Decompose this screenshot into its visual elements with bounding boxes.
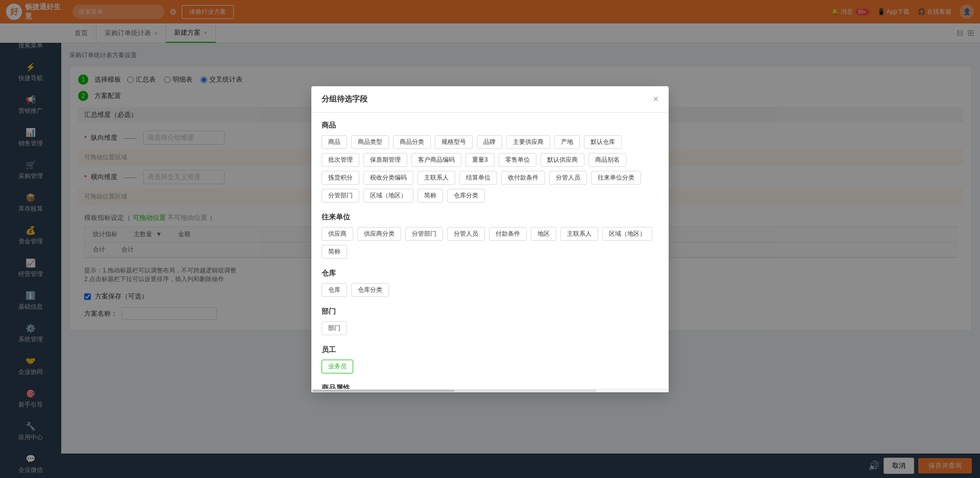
party-field-grid: 供应商 供应商分类 分管部门 分管人员 付款条件 地区 主联系人 区域（地区） … xyxy=(322,227,658,259)
field-salesman[interactable]: 业务员 xyxy=(322,360,353,373)
field-short-name[interactable]: 简称 xyxy=(418,189,443,203)
section-warehouse: 仓库 仓库 仓库分类 xyxy=(322,269,658,297)
field-dept-party[interactable]: 分管部门 xyxy=(405,227,443,241)
section-employee-title: 员工 xyxy=(322,345,658,355)
field-warehouse[interactable]: 仓库 xyxy=(322,283,347,297)
section-goods-title: 商品 xyxy=(322,121,658,130)
section-goods-attr: 商品属性 属性 颜色 多规格 尺码 鞋码 1 xyxy=(322,384,658,389)
field-payment-terms[interactable]: 收付款条件 xyxy=(501,171,545,185)
field-origin[interactable]: 产地 xyxy=(554,135,580,149)
field-supervisor-party[interactable]: 分管人员 xyxy=(447,227,485,241)
field-warehouse-category[interactable]: 仓库分类 xyxy=(447,189,485,203)
section-dept-title: 部门 xyxy=(322,307,658,316)
field-retail-unit[interactable]: 零售单位 xyxy=(499,153,536,167)
field-pick-score[interactable]: 拣货积分 xyxy=(322,171,359,185)
field-batch-manage[interactable]: 批次管理 xyxy=(322,153,359,167)
field-warehouse-cat[interactable]: 仓库分类 xyxy=(351,283,389,297)
field-default-warehouse[interactable]: 默认仓库 xyxy=(584,135,622,149)
goods-field-grid: 商品 商品类型 商品分类 规格型号 品牌 主要供应商 产地 默认仓库 批次管理 … xyxy=(322,135,658,203)
field-spec-model[interactable]: 规格型号 xyxy=(435,135,473,149)
employee-field-grid: 业务员 xyxy=(322,360,658,373)
field-supplier-category[interactable]: 供应商分类 xyxy=(357,227,401,241)
dept-field-grid: 部门 xyxy=(322,321,658,335)
field-region[interactable]: 区域（地区） xyxy=(363,189,413,203)
field-region-party[interactable]: 区域（地区） xyxy=(602,227,652,241)
field-default-supplier[interactable]: 默认供应商 xyxy=(541,153,584,167)
section-party: 往来单位 供应商 供应商分类 分管部门 分管人员 付款条件 地区 主联系人 区域… xyxy=(322,213,658,259)
field-alias[interactable]: 商品别名 xyxy=(589,153,626,167)
field-expiry-manage[interactable]: 保质期管理 xyxy=(363,153,407,167)
section-dept: 部门 部门 xyxy=(322,307,658,335)
field-goods[interactable]: 商品 xyxy=(322,135,347,149)
dialog-header: 分组待选字段 × xyxy=(311,86,669,113)
dialog-title: 分组待选字段 xyxy=(322,94,368,104)
section-employee: 员工 业务员 xyxy=(322,345,658,373)
dialog-body: 商品 商品 商品类型 商品分类 规格型号 品牌 主要供应商 产地 默认仓库 批次… xyxy=(311,113,669,389)
dialog-hscroll[interactable] xyxy=(311,389,669,392)
field-short-name-party[interactable]: 简称 xyxy=(322,245,347,259)
field-weight[interactable]: 重量3 xyxy=(465,153,495,167)
field-area[interactable]: 地区 xyxy=(531,227,556,241)
field-supplier[interactable]: 供应商 xyxy=(322,227,353,241)
section-party-title: 往来单位 xyxy=(322,213,658,222)
field-customer-code[interactable]: 客户商品编码 xyxy=(411,153,461,167)
field-goods-type[interactable]: 商品类型 xyxy=(351,135,389,149)
field-payment-cond[interactable]: 付款条件 xyxy=(489,227,527,241)
field-dept[interactable]: 部门 xyxy=(322,321,347,335)
warehouse-field-grid: 仓库 仓库分类 xyxy=(322,283,658,297)
field-settle-unit[interactable]: 结算单位 xyxy=(459,171,497,185)
dialog-close-button[interactable]: × xyxy=(653,94,658,104)
field-goods-category[interactable]: 商品分类 xyxy=(393,135,431,149)
field-dept-manage[interactable]: 分管部门 xyxy=(322,189,359,203)
section-warehouse-title: 仓库 xyxy=(322,269,658,278)
field-main-contact[interactable]: 主联系人 xyxy=(418,171,455,185)
dialog: 分组待选字段 × 商品 商品 商品类型 商品分类 规格型号 品牌 主要供应商 产… xyxy=(311,86,669,392)
field-brand[interactable]: 品牌 xyxy=(477,135,502,149)
field-tax-code[interactable]: 税收分类编码 xyxy=(363,171,413,185)
field-supervisor[interactable]: 分管人员 xyxy=(549,171,587,185)
field-main-supplier[interactable]: 主要供应商 xyxy=(506,135,550,149)
dialog-overlay: 分组待选字段 × 商品 商品 商品类型 商品分类 规格型号 品牌 主要供应商 产… xyxy=(0,0,980,478)
section-goods-attr-title: 商品属性 xyxy=(322,384,658,389)
section-goods: 商品 商品 商品类型 商品分类 规格型号 品牌 主要供应商 产地 默认仓库 批次… xyxy=(322,121,658,203)
field-party-category[interactable]: 往来单位分类 xyxy=(591,171,641,185)
field-main-contact-party[interactable]: 主联系人 xyxy=(560,227,598,241)
